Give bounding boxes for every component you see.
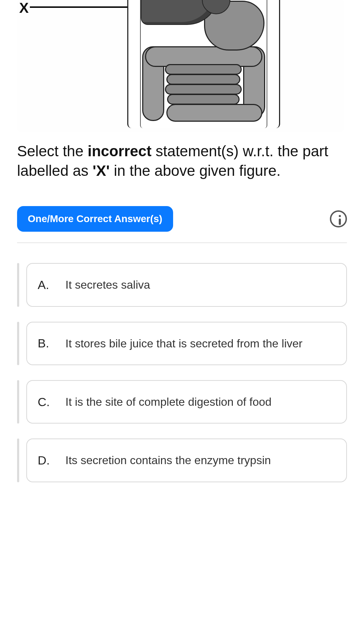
option-card: B. It stores bile juice that is secreted… [26,322,347,365]
option-letter: B. [38,336,53,350]
question-text: Select the incorrect statement(s) w.r.t.… [17,142,341,180]
option-text: Its secretion contains the enzyme trypsi… [65,452,271,468]
question-figure: X [17,0,344,132]
option-letter: D. [38,453,53,467]
option-a[interactable]: A. It secretes saliva [17,263,347,306]
info-dot-icon [339,215,341,217]
option-b[interactable]: B. It stores bile juice that is secreted… [17,322,347,365]
question-bold: incorrect [87,143,151,159]
figure-label-x: X [19,0,29,16]
question-post: in the above given figure. [109,162,280,179]
si-loop-icon [167,94,240,105]
question-x: 'X' [92,162,109,179]
option-text: It is the site of complete digestion of … [65,394,272,410]
option-letter: A. [38,278,53,292]
option-indicator-bar [17,322,19,365]
question-page: X Select the incorrect statement(s) w.r.… [0,0,364,625]
divider [17,242,347,243]
option-card: A. It secretes saliva [26,263,347,306]
si-loop-icon [165,64,242,75]
si-loop-icon [166,74,240,85]
option-d[interactable]: D. Its secretion contains the enzyme try… [17,438,347,482]
option-indicator-bar [17,263,19,306]
option-indicator-bar [17,438,19,482]
answer-type-badge: One/More Correct Answer(s) [17,206,173,232]
question-pre: Select the [17,143,87,159]
option-card: C. It is the site of complete digestion … [26,380,347,424]
option-c[interactable]: C. It is the site of complete digestion … [17,380,347,424]
si-loop-icon [165,84,242,95]
anatomy-diagram-icon [95,0,294,132]
option-card: D. Its secretion contains the enzyme try… [26,438,347,482]
meta-row: One/More Correct Answer(s) [17,206,347,232]
option-indicator-bar [17,380,19,424]
option-letter: C. [38,395,53,409]
small-intestine-icon [165,64,242,107]
info-bar-icon [339,219,341,225]
option-text: It stores bile juice that is secreted fr… [65,335,303,352]
option-text: It secretes saliva [65,277,150,293]
info-icon[interactable] [330,210,347,227]
